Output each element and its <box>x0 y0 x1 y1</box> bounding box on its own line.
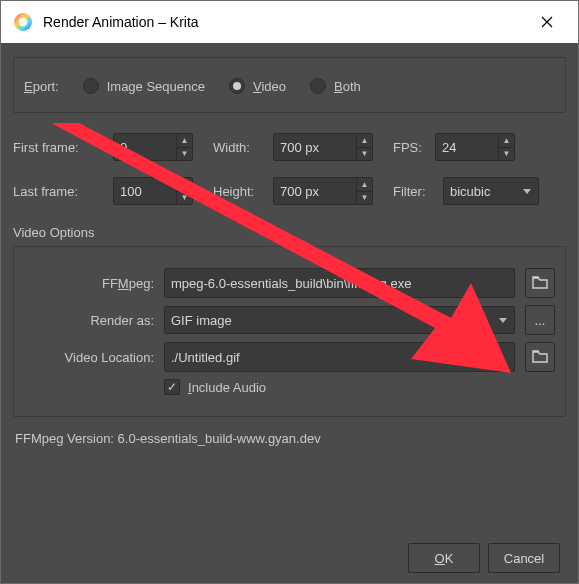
close-button[interactable] <box>524 1 570 43</box>
radio-image-sequence[interactable]: Image Sequence <box>83 78 205 94</box>
ffmpeg-version-text: FFMpeg Version: 6.0-essentials_build-www… <box>15 431 566 446</box>
video-location-label: Video Location: <box>24 350 154 365</box>
ok-button[interactable]: OK <box>408 543 480 573</box>
first-frame-spinbox[interactable]: 0 ▲ ▼ <box>113 133 193 161</box>
checkbox-icon <box>164 379 180 395</box>
radio-label: Both <box>334 79 361 94</box>
fps-label: FPS: <box>393 140 427 155</box>
render-as-select[interactable]: GIF image <box>164 306 515 334</box>
krita-app-icon <box>13 12 33 32</box>
last-frame-spinbox[interactable]: 100 ▲▼ <box>113 177 193 205</box>
dialog-window: Render Animation – Krita Eport: Image Se… <box>0 0 579 584</box>
dialog-content: Eport: Image Sequence Video Both First f… <box>1 43 578 583</box>
spin-down-icon[interactable]: ▼ <box>357 192 372 205</box>
width-label: Width: <box>213 140 265 155</box>
input-value: mpeg-6.0-essentials_build\bin\ffmpeg.exe <box>171 276 411 291</box>
spin-down-icon[interactable]: ▼ <box>177 192 192 205</box>
spinbox-value: 0 <box>120 140 127 155</box>
spinbox-arrows: ▲ ▼ <box>176 134 192 160</box>
button-label: Cancel <box>504 551 544 566</box>
last-frame-label: Last frame: <box>13 184 105 199</box>
radio-both[interactable]: Both <box>310 78 361 94</box>
spinbox-value: 100 <box>120 184 142 199</box>
ffmpeg-path-input[interactable]: mpeg-6.0-essentials_build\bin\ffmpeg.exe <box>164 268 515 298</box>
width-spinbox[interactable]: 700 px ▲▼ <box>273 133 373 161</box>
render-as-options-button[interactable]: ... <box>525 305 555 335</box>
spin-down-icon[interactable]: ▼ <box>357 148 372 161</box>
video-location-input[interactable]: ./Untitled.gif <box>164 342 515 372</box>
height-label: Height: <box>213 184 265 199</box>
close-icon <box>541 16 553 28</box>
radio-video[interactable]: Video <box>229 78 286 94</box>
spin-up-icon[interactable]: ▲ <box>177 134 192 148</box>
filter-select[interactable]: bicubic <box>443 177 539 205</box>
filter-label: Filter: <box>393 184 435 199</box>
cancel-button[interactable]: Cancel <box>488 543 560 573</box>
input-value: ./Untitled.gif <box>171 350 240 365</box>
spin-up-icon[interactable]: ▲ <box>499 134 514 148</box>
radio-icon <box>83 78 99 94</box>
video-options-group: FFMpeg: mpeg-6.0-essentials_build\bin\ff… <box>13 246 566 417</box>
dialog-title: Render Animation – Krita <box>43 14 524 30</box>
export-group: Eport: Image Sequence Video Both <box>13 57 566 113</box>
spin-up-icon[interactable]: ▲ <box>357 134 372 148</box>
include-audio-checkbox[interactable]: Include Audio <box>164 379 266 395</box>
button-label: OK <box>435 551 454 566</box>
video-location-browse-button[interactable] <box>525 342 555 372</box>
spin-down-icon[interactable]: ▼ <box>177 148 192 161</box>
first-frame-label: First frame: <box>13 140 105 155</box>
radio-label: Image Sequence <box>107 79 205 94</box>
fps-spinbox[interactable]: 24 ▲▼ <box>435 133 515 161</box>
svg-point-1 <box>19 18 28 27</box>
spinbox-value: 700 px <box>280 184 319 199</box>
height-spinbox[interactable]: 700 px ▲▼ <box>273 177 373 205</box>
dialog-button-row: OK Cancel <box>13 535 566 575</box>
ffmpeg-browse-button[interactable] <box>525 268 555 298</box>
radio-label: Video <box>253 79 286 94</box>
spin-up-icon[interactable]: ▲ <box>357 178 372 192</box>
ffmpeg-label: FFMpeg: <box>24 276 154 291</box>
select-value: GIF image <box>171 313 232 328</box>
radio-icon <box>310 78 326 94</box>
select-value: bicubic <box>450 184 490 199</box>
spinbox-value: 700 px <box>280 140 319 155</box>
radio-icon <box>229 78 245 94</box>
ellipsis-icon: ... <box>535 313 546 328</box>
export-label: Eport: <box>24 79 59 94</box>
checkbox-label: Include Audio <box>188 380 266 395</box>
folder-icon <box>532 275 548 292</box>
folder-icon <box>532 349 548 366</box>
spinbox-value: 24 <box>442 140 456 155</box>
render-as-label: Render as: <box>24 313 154 328</box>
spin-up-icon[interactable]: ▲ <box>177 178 192 192</box>
video-options-title: Video Options <box>13 225 566 240</box>
titlebar: Render Animation – Krita <box>1 1 578 43</box>
spin-down-icon[interactable]: ▼ <box>499 148 514 161</box>
